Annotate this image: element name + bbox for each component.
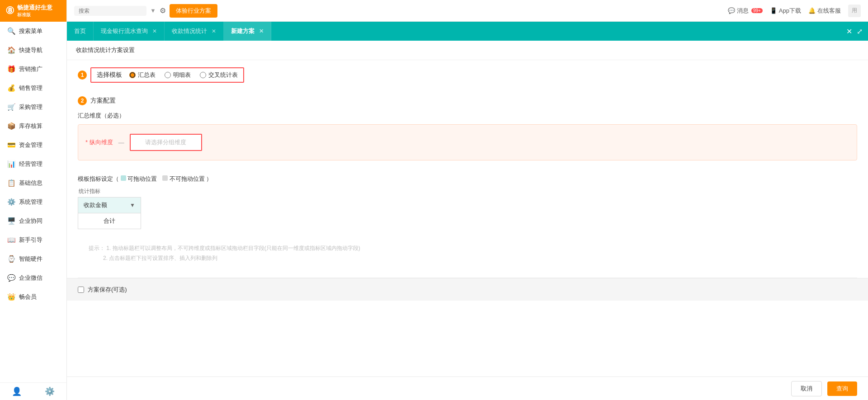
user-avatar[interactable]: 用 (848, 5, 861, 17)
tab-new-plan-label: 新建方案 (231, 27, 255, 35)
search-input[interactable] (74, 6, 146, 16)
section1-label: 1 选择模板 汇总表 明细表 (78, 67, 857, 83)
gear-icon: ⚙️ (7, 198, 15, 206)
message-item[interactable]: 💬 消息 99+ (728, 7, 763, 15)
industry-btn[interactable]: 体验行业方案 (170, 4, 217, 18)
query-button[interactable]: 查询 (827, 381, 857, 396)
sidebar-item-member[interactable]: 👑 畅会员 (0, 287, 66, 306)
section2-num: 2 (78, 96, 87, 105)
radio-cross[interactable]: 交叉统计表 (200, 71, 238, 79)
cancel-button[interactable]: 取消 (791, 381, 822, 396)
page-title: 收款情况统计方案设置 (76, 47, 135, 53)
save-plan-checkbox[interactable] (78, 287, 84, 293)
topbar-left: ▼ ⚙ 体验行业方案 (74, 4, 217, 18)
sidebar-item-hardware[interactable]: ⌚ 智能硬件 (0, 249, 66, 268)
tip1: 提示： 1. 拖动标题栏可以调整布局，不可跨维度或指标区域拖动栏目字段(只能在同… (89, 244, 846, 254)
radio-summary-input[interactable] (129, 72, 136, 78)
template-options-border: 选择模板 汇总表 明细表 (90, 67, 244, 83)
wechat-icon: 💬 (7, 274, 15, 282)
sidebar-item-collab[interactable]: 🖥️ 企业协同 (0, 212, 66, 231)
arrow-icon: — (118, 139, 124, 146)
metrics-section: 模板指标设定（ 可拖动位置 不可拖动位置 ） 统计指标 收款金额 (78, 168, 857, 236)
tab-home-label: 首页 (74, 27, 86, 35)
sidebar-item-basic-info[interactable]: 📋 基础信息 (0, 174, 66, 193)
hardware-icon: ⌚ (7, 255, 15, 263)
online-service-item[interactable]: 🔔 在线客服 (808, 7, 841, 15)
dimension-select-btn[interactable]: 请选择分组维度 (130, 134, 202, 151)
sidebar-item-search[interactable]: 🔍 搜索菜单 (0, 22, 66, 41)
sidebar-item-label: 库存核算 (19, 122, 42, 130)
radio-summary[interactable]: 汇总表 (129, 71, 156, 79)
dimension-section: 汇总维度（必选） * 纵向维度 — 请选择分组维度 (78, 112, 857, 160)
tips-section: 提示： 1. 拖动标题栏可以调整布局，不可跨维度或指标区域拖动栏目字段(只能在同… (78, 236, 857, 270)
metrics-label-text: 模板指标设定（ (78, 175, 119, 182)
vertical-label: * 纵向维度 (85, 138, 113, 146)
col-label: 收款金额 (84, 201, 107, 209)
label-end: ） (206, 175, 212, 182)
member-icon: 👑 (7, 293, 15, 301)
radio-detail-label: 明细表 (173, 71, 191, 79)
sidebar-item-operations[interactable]: 📊 经营管理 (0, 155, 66, 174)
sidebar-item-label: 销售管理 (19, 84, 42, 92)
save-plan-label: 方案保存(可选) (88, 286, 127, 294)
home-icon: 🏠 (7, 46, 15, 54)
sidebar-item-wechat[interactable]: 💬 企业微信 (0, 268, 66, 287)
sales-icon: 💰 (7, 84, 15, 92)
logo-text: 畅捷通好生意 (17, 4, 52, 12)
content-inner: 收款情况统计方案设置 1 选择模板 汇总表 (67, 41, 868, 376)
sidebar-item-finance[interactable]: 💳 资金管理 (0, 136, 66, 155)
radio-detail-input[interactable] (165, 72, 171, 78)
guide-icon: 📖 (7, 236, 15, 244)
section2-title: 方案配置 (90, 97, 116, 105)
chart-icon: 📊 (7, 160, 15, 168)
tab-new-plan-close[interactable]: ✕ (259, 28, 264, 34)
sidebar-bottom-right[interactable]: ⚙️ (45, 386, 55, 396)
sidebar-item-system[interactable]: ⚙️ 系统管理 (0, 193, 66, 212)
section1-num: 1 (78, 71, 87, 80)
sidebar-item-inventory[interactable]: 📦 库存核算 (0, 117, 66, 136)
metrics-table: 收款金额 ▼ 合计 (78, 197, 141, 229)
sidebar-item-sales[interactable]: 💰 销售管理 (0, 79, 66, 98)
expand-window-btn[interactable]: ⤢ (857, 27, 863, 36)
sidebar-item-purchase[interactable]: 🛒 采购管理 (0, 98, 66, 117)
section2-label: 2 方案配置 (78, 96, 857, 105)
radio-cross-input[interactable] (200, 72, 206, 78)
main-area: ▼ ⚙ 体验行业方案 💬 消息 99+ 📱 App下载 🔔 在线客服 用 首页 (67, 0, 868, 400)
draggable-legend-dot (121, 175, 126, 181)
sidebar-item-label: 采购管理 (19, 103, 42, 111)
tab-new-plan[interactable]: 新建方案 ✕ (224, 22, 271, 41)
tab-collection-stat[interactable]: 收款情况统计 ✕ (165, 22, 224, 41)
tab-bank-flow[interactable]: 现金银行流水查询 ✕ (94, 22, 165, 41)
topbar: ▼ ⚙ 体验行业方案 💬 消息 99+ 📱 App下载 🔔 在线客服 用 (67, 0, 868, 22)
close-window-btn[interactable]: ✕ (846, 27, 852, 36)
sidebar-item-quicknav[interactable]: 🏠 快捷导航 (0, 41, 66, 60)
sidebar-item-guide[interactable]: 📖 新手引导 (0, 231, 66, 249)
app-download-label: App下载 (779, 7, 801, 15)
message-badge: 99+ (751, 8, 763, 13)
radio-detail[interactable]: 明细表 (165, 71, 191, 79)
sidebar-item-label: 企业微信 (19, 274, 42, 282)
metrics-table-wrap: 统计指标 收款金额 ▼ 合计 (78, 188, 141, 229)
radio-summary-label: 汇总表 (138, 71, 156, 79)
sidebar-item-marketing[interactable]: 🎁 营销推广 (0, 60, 66, 79)
tab-collection-stat-close[interactable]: ✕ (212, 28, 216, 34)
tab-home[interactable]: 首页 (67, 22, 94, 41)
sidebar-item-label: 畅会员 (19, 293, 37, 301)
sidebar-logo: ⑧ 畅捷通好生意 标准版 (0, 0, 66, 22)
metrics-section-label: 统计指标 (78, 188, 141, 195)
gift-icon: 🎁 (7, 65, 15, 73)
sidebar-item-label: 营销推广 (19, 65, 42, 73)
dropdown-icon[interactable]: ▼ (130, 202, 135, 208)
template-radio-group: 汇总表 明细表 交叉统计表 (129, 71, 238, 79)
logo-badge: 标准版 (17, 12, 52, 18)
app-download-item[interactable]: 📱 App下载 (770, 7, 801, 15)
sidebar-item-label: 新手引导 (19, 236, 42, 244)
sidebar-bottom-left[interactable]: 👤 (12, 386, 22, 396)
topbar-gear-icon[interactable]: ⚙ (160, 6, 166, 15)
online-service-label: 在线客服 (817, 7, 841, 15)
sidebar-item-label: 快捷导航 (19, 46, 42, 54)
tab-bank-flow-close[interactable]: ✕ (152, 28, 157, 34)
nav-actions: ✕ ⤢ (846, 27, 868, 36)
topbar-dropdown-icon[interactable]: ▼ (150, 7, 156, 14)
message-label: 消息 (737, 7, 749, 15)
